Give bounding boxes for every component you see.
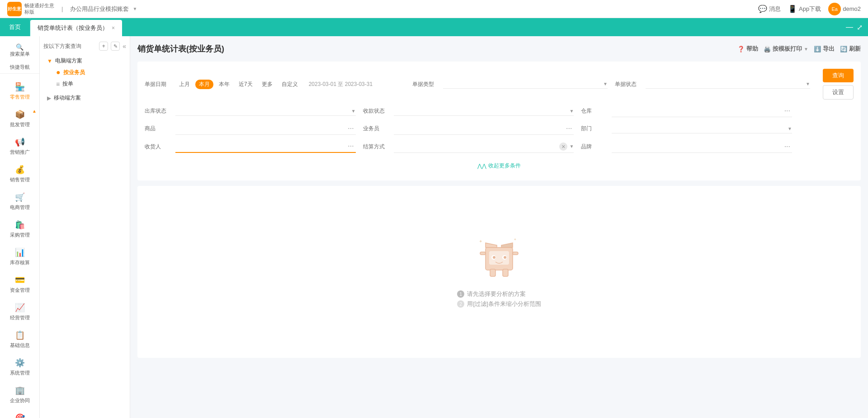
help-icon: ❓ xyxy=(737,46,745,52)
nav-label[interactable]: 办公用品行业模拟账套 ▼ xyxy=(70,5,137,13)
doc-status-chevron: ▼ xyxy=(806,81,810,86)
main-layout: 🔍 搜索菜单 快捷导航 🏪 零售管理 📦 批发管理 ▲ 📢 营销推广 💰 销售管… xyxy=(0,36,868,418)
inventory-icon: 📊 xyxy=(15,247,25,257)
warehouse-select[interactable]: ··· xyxy=(612,105,792,117)
add-scheme-btn[interactable]: + xyxy=(99,42,108,51)
doc-status-filter: 单据状态 ▼ xyxy=(615,80,810,89)
sidebar-item-marketing[interactable]: 📢 营销推广 xyxy=(0,133,39,160)
date-tabs: 上月 本月 本年 近7天 更多 自定义 xyxy=(175,80,302,89)
refresh-btn[interactable]: 🔄 刷新 xyxy=(840,45,861,53)
sidebar-item-ecommerce[interactable]: 🛒 电商管理 xyxy=(0,188,39,215)
date-tab-custom[interactable]: 自定义 xyxy=(278,80,302,89)
logo-icon: 好生意 xyxy=(7,2,22,16)
empty-tips: 1 请先选择要分析的方案 2 用[过滤]条件来缩小分析范围 xyxy=(457,288,541,310)
empty-tip-2: 2 用[过滤]条件来缩小分析范围 xyxy=(457,300,541,308)
sidebar-item-basic[interactable]: 📋 基础信息 xyxy=(0,326,39,353)
sidebar-item-operation[interactable]: 📈 经营管理 xyxy=(0,298,39,326)
refresh-icon: 🔄 xyxy=(840,46,847,52)
tab-sales-report[interactable]: 销货单统计表（按业务员） × xyxy=(30,20,122,36)
sidebar-search[interactable]: 🔍 搜索菜单 xyxy=(0,40,39,61)
svg-text:✦: ✦ xyxy=(479,239,482,244)
tree-pc-scheme[interactable]: ▼ 电脑端方案 xyxy=(43,55,126,66)
date-tab-this-month[interactable]: 本月 xyxy=(195,80,213,89)
settlement-select[interactable]: × ▼ xyxy=(394,141,574,153)
date-tab-this-year[interactable]: 本年 xyxy=(215,80,233,89)
logo-text: 畅捷通好生意 标版 xyxy=(24,3,54,14)
action-buttons: 查询 设置 xyxy=(823,69,854,100)
tab-close-btn[interactable]: × xyxy=(112,25,115,31)
date-tab-more[interactable]: 更多 xyxy=(258,80,276,89)
sales-icon: 💰 xyxy=(15,165,25,175)
message-btn[interactable]: 💬 消息 xyxy=(758,5,781,13)
sidebar-item-purchase[interactable]: 🛍️ 采购管理 xyxy=(0,215,39,243)
brand-select[interactable]: ··· xyxy=(612,141,792,153)
sidebar-item-enterprise[interactable]: 🏢 企业协同 xyxy=(0,381,39,408)
edit-scheme-btn[interactable]: ✎ xyxy=(111,42,120,51)
filter-panel: 单据日期 上月 本月 本年 近7天 更多 自定义 2023-03-01 至 20… xyxy=(137,62,861,180)
query-button[interactable]: 查询 xyxy=(823,69,854,82)
brand-dots-btn[interactable]: ··· xyxy=(783,142,792,151)
tree-mobile-scheme[interactable]: ▶ 移动端方案 xyxy=(43,92,126,104)
setting-button[interactable]: 设置 xyxy=(823,85,854,100)
dept-filter: 部门 ▼ xyxy=(581,124,792,133)
date-tab-last-month[interactable]: 上月 xyxy=(175,80,193,89)
svg-text:✦: ✦ xyxy=(514,238,517,242)
date-tab-7days[interactable]: 近7天 xyxy=(235,80,256,89)
collapse-panel-btn[interactable]: « xyxy=(123,43,126,50)
tree-item-by-staff[interactable]: ● 按业务员 xyxy=(52,66,126,78)
empty-illustration: ✦ ✦ xyxy=(476,234,522,279)
doc-type-select[interactable]: ▼ xyxy=(443,80,608,89)
page-title-actions: ❓ 帮助 🖨️ 按模板打印 ▼ ⬇️ 导出 🔄 刷新 xyxy=(737,45,861,53)
sidebar-item-wholesale[interactable]: 📦 批发管理 ▲ xyxy=(0,105,39,133)
dept-select[interactable]: ▼ xyxy=(612,124,792,133)
print-dropdown-icon: ▼ xyxy=(804,47,808,52)
wholesale-icon: 📦 xyxy=(15,109,25,119)
settlement-clear-btn[interactable]: × xyxy=(559,142,567,151)
help-btn[interactable]: ❓ 帮助 xyxy=(737,45,758,53)
receipt-status-select[interactable]: ▼ xyxy=(394,107,574,116)
warehouse-dots-btn[interactable]: ··· xyxy=(783,107,792,115)
settlement-chevron: ▼ xyxy=(569,144,574,149)
minimize-btn[interactable]: — xyxy=(846,23,853,31)
main-content: 销货单统计表(按业务员) ❓ 帮助 🖨️ 按模板打印 ▼ ⬇️ 导出 xyxy=(130,36,868,418)
user-menu-btn[interactable]: Ea demo2 xyxy=(828,3,861,15)
expand-btn[interactable]: ⤢ xyxy=(857,23,863,32)
receiver-filter: 收货人 ··· xyxy=(145,140,356,153)
sidebar-item-sales[interactable]: 💰 销售管理 xyxy=(0,160,39,188)
staff-select[interactable]: ··· xyxy=(394,123,574,135)
print-btn[interactable]: 🖨️ 按模板打印 ▼ xyxy=(764,45,808,53)
goods-dots-btn[interactable]: ··· xyxy=(346,124,355,133)
operation-icon: 📈 xyxy=(15,303,25,313)
edit-icon: ✎ xyxy=(113,43,118,49)
tree-item-by-order[interactable]: ≡ 按单 xyxy=(52,78,126,90)
staff-dots-btn[interactable]: ··· xyxy=(564,124,574,133)
logo-area: 好生意 畅捷通好生意 标版 xyxy=(7,2,54,16)
brand-filter: 品牌 ··· xyxy=(581,141,792,153)
avatar: Ea xyxy=(828,3,841,15)
order-icon: ≡ xyxy=(56,81,60,88)
sidebar-quick-nav[interactable]: 快捷导航 xyxy=(0,61,39,74)
collapse-filter-btn[interactable]: ⋀⋀ 收起更多条件 xyxy=(145,158,854,173)
sidebar-item-retail[interactable]: 🏪 零售管理 xyxy=(0,77,39,105)
goods-select[interactable]: ··· xyxy=(175,123,356,135)
sidebar-item-system[interactable]: ⚙️ 系统管理 xyxy=(0,353,39,381)
out-status-select[interactable]: ▼ xyxy=(175,107,356,116)
app-icon: 📱 xyxy=(788,5,797,13)
date-filter-group: 单据日期 上月 本月 本年 近7天 更多 自定义 2023-03-01 至 20… xyxy=(145,80,405,89)
receiver-input[interactable] xyxy=(175,143,346,150)
receipt-status-chevron: ▼ xyxy=(569,109,574,114)
tab-home[interactable]: 首页 xyxy=(0,18,30,36)
sidebar-item-inventory[interactable]: 📊 库存核算 xyxy=(0,243,39,271)
sidebar-item-newbie[interactable]: 🎯 新手引导 xyxy=(0,408,39,418)
filter-row-1: 单据日期 上月 本月 本年 近7天 更多 自定义 2023-03-01 至 20… xyxy=(145,69,854,100)
doc-status-select[interactable]: ▼ xyxy=(646,80,810,89)
receiver-dots-btn[interactable]: ··· xyxy=(346,142,355,150)
topbar: 好生意 畅捷通好生意 标版 | 办公用品行业模拟账套 ▼ 💬 消息 📱 App下… xyxy=(0,0,868,18)
export-icon: ⬇️ xyxy=(814,46,821,52)
empty-tip-1: 1 请先选择要分析的方案 xyxy=(457,290,541,298)
tree-pc-children: ● 按业务员 ≡ 按单 xyxy=(43,66,126,90)
sidebar-item-finance[interactable]: 💳 资金管理 xyxy=(0,271,39,298)
export-btn[interactable]: ⬇️ 导出 xyxy=(814,45,835,53)
app-download-btn[interactable]: 📱 App下载 xyxy=(788,5,821,13)
collapse-up-icon: ⋀⋀ xyxy=(477,163,486,169)
